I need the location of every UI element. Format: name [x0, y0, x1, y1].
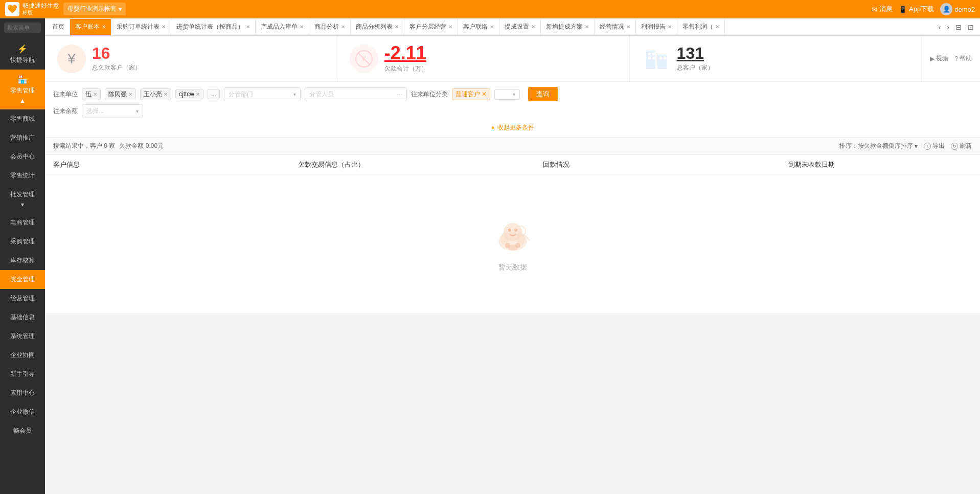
sidebar-item-wholesale[interactable]: 批发管理 ▾: [0, 185, 45, 213]
help-button[interactable]: ? 帮助: [954, 54, 972, 63]
tag-remove-icon[interactable]: ✕: [482, 91, 487, 98]
person-input[interactable]: 分管人员 ···: [305, 87, 407, 101]
stat-right-actions: ▶ 视频 ? 帮助: [922, 36, 980, 81]
tab-label: 客户分层经营: [409, 23, 446, 31]
sidebar-item-enterprise-coop[interactable]: 企业协同: [0, 346, 45, 365]
tab-close-icon[interactable]: ✕: [300, 24, 304, 30]
remaining-dropdown[interactable]: 选择... ▾: [82, 104, 143, 118]
tab-profit-report[interactable]: 利润报告 ✕: [636, 19, 677, 35]
sidebar-item-retail-stats[interactable]: 零售统计: [0, 166, 45, 185]
tab-close-icon[interactable]: ✕: [448, 24, 452, 30]
filter-tag-wu: 伍 ✕: [82, 88, 101, 100]
video-button[interactable]: ▶ 视频: [930, 54, 948, 63]
sidebar-item-label: 零售统计: [10, 171, 35, 180]
tag-remove-icon[interactable]: ✕: [93, 92, 97, 97]
tab-maximize-button[interactable]: ⊡: [966, 22, 976, 32]
message-button[interactable]: ✉ 消息: [872, 5, 893, 14]
tab-close-icon[interactable]: ✕: [585, 24, 589, 30]
sidebar-item-label: 采购管理: [10, 237, 35, 246]
unit-class-tag: 普通客户 ✕: [452, 88, 490, 100]
tab-prev-button[interactable]: ‹: [937, 22, 943, 32]
sidebar-item-inventory[interactable]: 库存核算: [0, 251, 45, 270]
dept-dropdown[interactable]: 分管部门 ▾: [224, 87, 301, 101]
tab-purchase-stats[interactable]: 进货单统计表（按商品） ✕: [171, 19, 256, 35]
sidebar-item-vip[interactable]: 畅会员: [0, 421, 45, 440]
sidebar-item-system[interactable]: 系统管理: [0, 327, 45, 346]
stat-card-debt: ¥ -2.11 欠款合计（万）: [337, 36, 630, 81]
stat-yuan-icon: ¥: [57, 44, 86, 73]
download-button[interactable]: 📱 App下载: [899, 5, 934, 14]
stat-label-total: 总客户（家）: [677, 63, 909, 72]
filter-section: 往来单位 伍 ✕ 陈民强 ✕ 王小亮 ✕: [45, 82, 980, 138]
filter-row-2: 往来余额 选择... ▾: [53, 104, 972, 118]
tag-remove-icon[interactable]: ✕: [128, 92, 132, 97]
sidebar-item-finance[interactable]: 资金管理: [0, 270, 45, 289]
chevron-up-icon: ∧: [491, 124, 495, 131]
collapse-button[interactable]: ∧ 收起更多条件: [53, 121, 972, 132]
unit-class-tag-text: 普通客户: [455, 90, 480, 99]
sidebar-item-wechat[interactable]: 企业微信: [0, 402, 45, 421]
sidebar-item-retail-mgmt[interactable]: 🏪 零售管理 ▲: [0, 70, 45, 109]
sort-button[interactable]: 排序：按欠款金额倒序排序 ▾: [839, 142, 918, 150]
tab-close-icon[interactable]: ✕: [162, 24, 166, 30]
sidebar-item-basic-info[interactable]: 基础信息: [0, 308, 45, 327]
download-label: App下载: [909, 5, 934, 14]
tab-close-icon[interactable]: ✕: [668, 24, 672, 30]
app-subtitle: 标版: [22, 9, 59, 16]
tab-cost-entry[interactable]: 产成品入库单 ✕: [256, 19, 309, 35]
unit-class-dropdown[interactable]: ▾: [494, 89, 520, 100]
tab-minimize-button[interactable]: ⊟: [953, 22, 964, 32]
tab-customer-contact[interactable]: 客户联络 ✕: [458, 19, 499, 35]
tab-promotion-settings[interactable]: 提成设置 ✕: [499, 19, 541, 35]
sidebar-item-marketing[interactable]: 营销推广: [0, 128, 45, 147]
search-input[interactable]: [4, 23, 41, 33]
sidebar-item-label: 库存核算: [10, 256, 35, 265]
tab-purchase-order[interactable]: 采购订单统计表 ✕: [111, 19, 171, 35]
tab-label: 零售利润（: [682, 23, 713, 31]
tab-close-icon[interactable]: ✕: [395, 24, 399, 30]
sort-label: 排序：按欠款金额倒序排序: [839, 142, 913, 150]
tab-product-list[interactable]: 商品分析列表 ✕: [351, 19, 404, 35]
arrow-icon: ▲: [19, 97, 26, 104]
tag-remove-icon[interactable]: ✕: [164, 92, 168, 97]
tab-customer-tier[interactable]: 客户分层经营 ✕: [404, 19, 458, 35]
tag-remove-icon[interactable]: ✕: [196, 92, 200, 97]
tab-home[interactable]: 首页: [47, 19, 70, 35]
app-wrapper: 🧡 畅捷通好生意 标版 母婴行业演示帐套 ▾ ✉ 消息 📱 App下载 👤: [0, 0, 980, 494]
sidebar-item-ops[interactable]: 经营管理: [0, 289, 45, 308]
tab-operations[interactable]: 经营情况 ✕: [595, 19, 636, 35]
tab-new-promotion[interactable]: 新增提成方案 ✕: [541, 19, 595, 35]
tab-product-analysis[interactable]: 商品分析 ✕: [309, 19, 351, 35]
tab-retail-profit[interactable]: 零售利润（ ✕: [677, 19, 725, 35]
sidebar-item-label: 企业协同: [10, 351, 35, 360]
top-bar: 🧡 畅捷通好生意 标版 母婴行业演示帐套 ▾ ✉ 消息 📱 App下载 👤: [0, 0, 980, 18]
download-icon: 📱: [899, 6, 907, 13]
sidebar-item-retail-mall[interactable]: 零售商城: [0, 109, 45, 128]
stat-debt-icon: ¥: [350, 44, 378, 73]
refresh-button[interactable]: ↻ 刷新: [951, 142, 972, 150]
query-button[interactable]: 查询: [528, 87, 558, 101]
tab-close-icon[interactable]: ✕: [490, 24, 494, 30]
sidebar-item-app-center[interactable]: 应用中心: [0, 384, 45, 402]
sidebar-item-purchase[interactable]: 采购管理: [0, 232, 45, 251]
tab-close-icon[interactable]: ✕: [715, 24, 719, 30]
filter-more-button[interactable]: ...: [208, 89, 220, 99]
export-button[interactable]: ↑ 导出: [924, 142, 945, 150]
nav-selector[interactable]: 母婴行业演示帐套 ▾: [63, 3, 126, 15]
user-menu[interactable]: 👤 demo2: [940, 3, 975, 15]
tab-close-icon[interactable]: ✕: [531, 24, 535, 30]
tab-label: 利润报告: [641, 23, 666, 31]
tab-close-icon[interactable]: ✕: [341, 24, 345, 30]
sidebar-item-new-guide[interactable]: 新手引导: [0, 365, 45, 384]
dots-icon: ···: [397, 91, 402, 98]
tab-next-button[interactable]: ›: [945, 22, 951, 32]
sidebar-item-ecommerce[interactable]: 电商管理: [0, 213, 45, 232]
sidebar-item-quick-nav[interactable]: ⚡ 快捷导航: [0, 39, 45, 70]
avatar: 👤: [940, 3, 952, 15]
sidebar-item-member[interactable]: 会员中心: [0, 147, 45, 166]
tab-close-icon[interactable]: ✕: [102, 24, 106, 30]
tab-close-icon[interactable]: ✕: [246, 24, 250, 30]
tab-close-icon[interactable]: ✕: [626, 24, 630, 30]
svg-rect-10: [664, 57, 666, 59]
tab-customer-cost[interactable]: 客户账本 ✕: [70, 19, 111, 35]
